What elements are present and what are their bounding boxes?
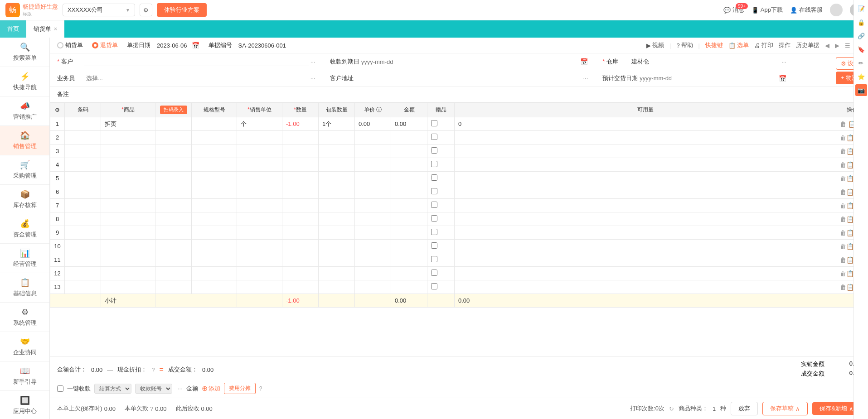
payment-calendar-icon[interactable]: 📅 [580, 58, 588, 65]
prev-icon[interactable]: ◀ [825, 42, 829, 49]
gift-checkbox-6[interactable] [431, 188, 437, 194]
col-settings[interactable]: ⚙ [50, 103, 65, 117]
sidebar-item-operations[interactable]: 📊 经营管理 [0, 244, 49, 273]
delete-icon-3[interactable]: 🗑 [840, 148, 846, 155]
delete-icon-2[interactable]: 🗑 [840, 134, 846, 141]
gift-checkbox-5[interactable] [431, 174, 437, 181]
gift-checkbox-12[interactable] [431, 270, 437, 276]
gift-checkbox-4[interactable] [431, 161, 437, 167]
sidebar-item-inventory[interactable]: 📦 库存核算 [0, 185, 49, 214]
gift-checkbox-9[interactable] [431, 229, 437, 235]
delete-icon-8[interactable]: 🗑 [840, 216, 846, 223]
delete-icon-10[interactable]: 🗑 [840, 243, 846, 250]
account-dots-icon[interactable]: ··· [178, 385, 183, 392]
copy-icon-7[interactable]: 📋 [846, 202, 854, 209]
sidebar-item-marketing[interactable]: 📣 营销推广 [0, 96, 49, 126]
delete-icon-12[interactable]: 🗑 [840, 270, 846, 277]
warehouse-input[interactable] [630, 58, 780, 66]
save-draft-button[interactable]: 保存草稿 ∧ [762, 402, 808, 415]
next-icon[interactable]: ▶ [835, 42, 839, 49]
warehouse-select-icon[interactable]: ··· [781, 58, 786, 65]
delete-icon-1[interactable]: 🗑 [840, 120, 846, 128]
delete-icon-4[interactable]: 🗑 [840, 161, 846, 169]
add-button[interactable]: ⊕ 添加 [202, 384, 220, 393]
delete-icon-13[interactable]: 🗑 [840, 284, 846, 291]
radio-return[interactable]: 退货单 [92, 41, 118, 49]
shortcut-btn[interactable]: 快捷键 [705, 41, 723, 49]
operate-btn[interactable]: 操作 [779, 41, 790, 49]
copy-icon-8[interactable]: 📋 [846, 216, 854, 223]
gift-checkbox-1[interactable] [431, 120, 437, 126]
sidebar-item-guide[interactable]: 📖 新手引导 [0, 361, 49, 391]
copy-icon-4[interactable]: 📋 [846, 161, 854, 169]
gift-checkbox-2[interactable] [431, 134, 437, 140]
refresh-icon[interactable]: ↻ [669, 405, 674, 412]
copy-icon-12[interactable]: 📋 [846, 270, 854, 277]
company-selector[interactable]: XXXXXX公司 ▼ [63, 4, 135, 16]
copy-icon-13[interactable]: 📋 [846, 284, 854, 291]
delete-icon-7[interactable]: 🗑 [840, 202, 846, 209]
delivery-date-input[interactable] [638, 74, 777, 82]
tab-home[interactable]: 首页 [0, 20, 26, 38]
video-btn[interactable]: ▶ 视频 [646, 41, 664, 49]
tab-close-icon[interactable]: × [54, 26, 57, 32]
gift-checkbox-11[interactable] [431, 256, 437, 262]
salesperson-select-icon[interactable]: ··· [310, 75, 315, 82]
gift-checkbox-8[interactable] [431, 215, 437, 222]
tab-sale[interactable]: 销货单 × [26, 20, 64, 38]
sidebar-item-purchase[interactable]: 🛒 采购管理 [0, 155, 49, 185]
help-btn[interactable]: ? 帮助 [676, 41, 693, 49]
right-btn-camera[interactable]: 📷 [855, 84, 867, 96]
right-btn-edit[interactable]: ✏ [855, 57, 867, 69]
delete-icon-6[interactable]: 🗑 [840, 188, 846, 196]
right-btn-star[interactable]: ⭐ [855, 71, 867, 82]
salesperson-input[interactable] [84, 74, 309, 82]
sidebar-item-basic-info[interactable]: 📋 基础信息 [0, 273, 49, 303]
message-btn[interactable]: 💬 消息 99+ [723, 6, 744, 14]
delete-icon-9[interactable]: 🗑 [840, 229, 846, 236]
delete-icon-11[interactable]: 🗑 [840, 256, 846, 264]
overdue-help-icon[interactable]: ? [150, 405, 153, 412]
payment-due-input[interactable] [359, 58, 579, 66]
delivery-calendar-icon[interactable]: 📅 [779, 75, 786, 82]
sidebar-item-sales[interactable]: 🏠 销售管理 [0, 126, 49, 155]
gift-checkbox-13[interactable] [431, 283, 437, 289]
copy-icon-11[interactable]: 📋 [846, 256, 854, 264]
sidebar-item-quick-nav[interactable]: ⚡ 快捷导航 [0, 67, 49, 96]
delete-icon-5[interactable]: 🗑 [840, 175, 846, 182]
select-btn[interactable]: 📋 选单 [728, 41, 749, 49]
copy-icon-6[interactable]: 📋 [846, 188, 854, 196]
expense-help-icon[interactable]: ? [259, 385, 262, 392]
gift-checkbox-3[interactable] [431, 147, 437, 154]
avatar[interactable] [830, 4, 843, 16]
print-btn[interactable]: 🖨 打印 [754, 41, 773, 49]
copy-icon-3[interactable]: 📋 [846, 148, 854, 155]
one-click-pay-checkbox[interactable] [57, 385, 63, 392]
sidebar-item-corp-collab[interactable]: 🤝 企业协同 [0, 332, 49, 361]
sidebar-item-system[interactable]: ⚙ 系统管理 [0, 303, 49, 332]
customer-address-input[interactable] [357, 74, 582, 82]
right-btn-link[interactable]: 🔗 [855, 38, 867, 42]
calendar-icon[interactable]: 📅 [192, 42, 199, 49]
copy-icon-10[interactable]: 📋 [846, 243, 854, 250]
copy-icon-2[interactable]: 📋 [846, 134, 854, 141]
copy-icon-9[interactable]: 📋 [846, 229, 854, 236]
sidebar-item-app-center[interactable]: 🔲 应用中心 [0, 391, 49, 419]
calc-method-select[interactable]: 结算方式 [94, 384, 131, 394]
copy-icon-5[interactable]: 📋 [846, 175, 854, 182]
customer-input[interactable] [84, 57, 309, 66]
app-download-btn[interactable]: 📱 App下载 [752, 6, 783, 14]
right-btn-bookmark[interactable]: 🔖 [855, 43, 867, 55]
radio-sale[interactable]: 销货单 [57, 41, 83, 49]
remark-input[interactable] [84, 91, 861, 98]
online-service-btn[interactable]: 👤 在线客服 [790, 6, 823, 14]
history-btn[interactable]: 历史单据 [796, 41, 820, 49]
sidebar-item-finance[interactable]: 💰 资金管理 [0, 214, 49, 244]
gift-checkbox-10[interactable] [431, 242, 437, 249]
trial-button[interactable]: 体验行业方案 [157, 3, 207, 17]
settings-gear-icon[interactable]: ⚙ [140, 4, 152, 16]
list-view-icon[interactable]: ☰ [845, 42, 850, 49]
expense-btn[interactable]: 费用分摊 [224, 383, 256, 394]
gift-checkbox-7[interactable] [431, 202, 437, 208]
sidebar-search[interactable]: 🔍 搜索菜单 [0, 38, 49, 67]
